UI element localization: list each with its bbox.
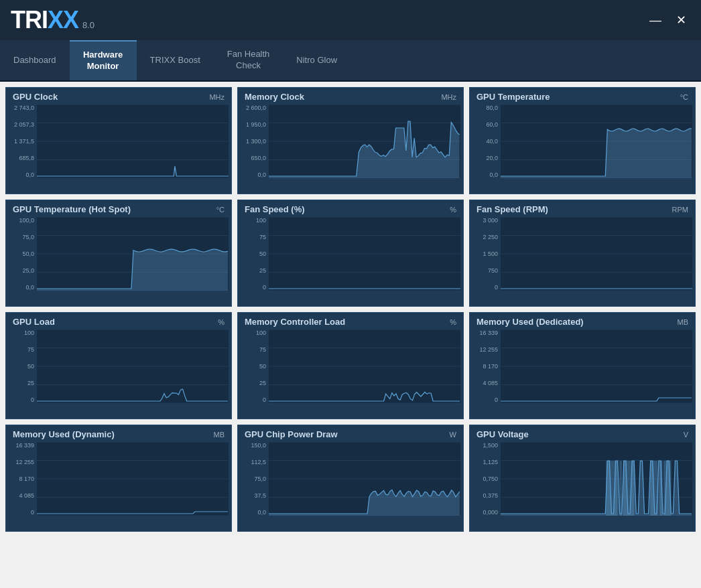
chart-gpu-temperature-hotspot: GPU Temperature (Hot Spot)°C0,025,050,07… bbox=[5, 200, 232, 307]
chart-unit-memory-used-dynamic: MB bbox=[214, 431, 225, 439]
chart-unit-gpu-chip-power-draw: W bbox=[450, 431, 456, 439]
y-axis-gpu-chip-power-draw: 0,037,575,0112,5150,0 bbox=[241, 442, 269, 516]
chart-unit-gpu-temperature: °C bbox=[680, 93, 688, 101]
chart-gpu-temperature: GPU Temperature°C0,020,040,060,080,0 bbox=[469, 87, 696, 194]
chart-area-gpu-load bbox=[37, 329, 229, 403]
chart-gpu-load: GPU Load%0255075100 bbox=[5, 312, 232, 419]
chart-title-memory-controller-load: Memory Controller Load bbox=[245, 317, 345, 327]
chart-unit-gpu-voltage: V bbox=[684, 431, 688, 439]
chart-memory-controller-load: Memory Controller Load%0255075100 bbox=[237, 312, 464, 419]
chart-gpu-voltage: GPU VoltageV0,0000,3750,7501,1251,500 bbox=[469, 425, 696, 532]
chart-memory-used-dedicated: Memory Used (Dedicated)MB04 0858 17012 2… bbox=[469, 312, 696, 419]
chart-title-gpu-clock: GPU Clock bbox=[13, 92, 58, 102]
chart-title-gpu-temperature-hotspot: GPU Temperature (Hot Spot) bbox=[13, 204, 131, 214]
logo-version: 8.0 bbox=[82, 20, 94, 30]
chart-area-gpu-chip-power-draw bbox=[269, 442, 460, 516]
chart-memory-clock: Memory ClockMHz0,0650,01 300,01 950,02 6… bbox=[237, 87, 464, 194]
y-axis-gpu-load: 0255075100 bbox=[9, 329, 37, 403]
y-axis-gpu-clock: 0,0685,81 371,52 057,32 743,0 bbox=[9, 104, 37, 178]
logo-text: TRIXX bbox=[11, 6, 78, 34]
chart-title-gpu-voltage: GPU Voltage bbox=[476, 429, 529, 439]
chart-unit-memory-clock: MHz bbox=[441, 93, 456, 101]
chart-area-memory-used-dedicated bbox=[501, 329, 692, 403]
chart-title-memory-used-dynamic: Memory Used (Dynamic) bbox=[13, 429, 115, 439]
chart-area-fan-speed-rpm bbox=[501, 217, 692, 291]
y-axis-gpu-temperature: 0,020,040,060,080,0 bbox=[472, 104, 501, 178]
chart-title-gpu-chip-power-draw: GPU Chip Power Draw bbox=[245, 429, 338, 439]
chart-area-memory-controller-load bbox=[269, 329, 460, 403]
navigation-bar: Dashboard HardwareMonitor TRIXX Boost Fa… bbox=[0, 40, 701, 82]
chart-gpu-clock: GPU ClockMHz0,0685,81 371,52 057,32 743,… bbox=[5, 87, 232, 194]
y-axis-gpu-temperature-hotspot: 0,025,050,075,0100,0 bbox=[9, 217, 37, 291]
chart-unit-gpu-load: % bbox=[218, 318, 225, 326]
chart-gpu-chip-power-draw: GPU Chip Power DrawW0,037,575,0112,5150,… bbox=[237, 425, 464, 532]
chart-fan-speed-rpm: Fan Speed (RPM)RPM07501 5002 2503 000 bbox=[469, 200, 696, 307]
chart-fan-speed-pct: Fan Speed (%)%0255075100 bbox=[237, 200, 464, 307]
titlebar: TRIXX 8.0 — ✕ bbox=[0, 0, 701, 40]
minimize-button[interactable]: — bbox=[646, 11, 665, 29]
main-content: GPU ClockMHz0,0685,81 371,52 057,32 743,… bbox=[0, 82, 701, 588]
chart-unit-gpu-clock: MHz bbox=[209, 93, 225, 101]
chart-area-memory-used-dynamic bbox=[37, 442, 229, 516]
chart-unit-memory-used-dedicated: MB bbox=[678, 318, 689, 326]
close-button[interactable]: ✕ bbox=[672, 11, 690, 29]
y-axis-memory-used-dedicated: 04 0858 17012 25516 339 bbox=[472, 329, 501, 403]
chart-area-gpu-temperature-hotspot bbox=[37, 217, 229, 291]
chart-area-gpu-voltage bbox=[501, 442, 692, 516]
tab-hardware-monitor[interactable]: HardwareMonitor bbox=[70, 40, 137, 80]
y-axis-gpu-voltage: 0,0000,3750,7501,1251,500 bbox=[472, 442, 501, 516]
y-axis-memory-used-dynamic: 04 0858 17012 25516 339 bbox=[9, 442, 37, 516]
chart-area-gpu-temperature bbox=[501, 104, 692, 178]
tab-trixx-boost[interactable]: TRIXX Boost bbox=[137, 40, 214, 80]
chart-title-fan-speed-pct: Fan Speed (%) bbox=[245, 204, 305, 214]
chart-title-gpu-temperature: GPU Temperature bbox=[476, 92, 550, 102]
tab-fan-health-check[interactable]: Fan HealthCheck bbox=[214, 40, 283, 80]
chart-unit-memory-controller-load: % bbox=[450, 318, 456, 326]
y-axis-memory-clock: 0,0650,01 300,01 950,02 600,0 bbox=[241, 104, 269, 178]
svg-rect-62 bbox=[623, 461, 634, 516]
chart-area-gpu-clock bbox=[37, 104, 229, 178]
chart-unit-gpu-temperature-hotspot: °C bbox=[216, 206, 225, 214]
tab-dashboard[interactable]: Dashboard bbox=[0, 40, 70, 80]
window-controls: — ✕ bbox=[646, 11, 690, 29]
chart-area-fan-speed-pct bbox=[269, 217, 460, 291]
chart-title-fan-speed-rpm: Fan Speed (RPM) bbox=[476, 204, 548, 214]
y-axis-memory-controller-load: 0255075100 bbox=[241, 329, 269, 403]
tab-nitro-glow[interactable]: Nitro Glow bbox=[283, 40, 350, 80]
chart-title-memory-clock: Memory Clock bbox=[245, 92, 304, 102]
chart-memory-used-dynamic: Memory Used (Dynamic)MB04 0858 17012 255… bbox=[5, 425, 232, 532]
svg-rect-60 bbox=[606, 461, 617, 516]
chart-unit-fan-speed-pct: % bbox=[450, 206, 456, 214]
chart-area-memory-clock bbox=[269, 104, 460, 178]
chart-title-gpu-load: GPU Load bbox=[13, 317, 55, 327]
chart-unit-fan-speed-rpm: RPM bbox=[672, 206, 688, 214]
y-axis-fan-speed-rpm: 07501 5002 2503 000 bbox=[472, 217, 501, 291]
chart-title-memory-used-dedicated: Memory Used (Dedicated) bbox=[476, 317, 584, 327]
y-axis-fan-speed-pct: 0255075100 bbox=[241, 217, 269, 291]
app-logo: TRIXX 8.0 bbox=[11, 6, 94, 34]
